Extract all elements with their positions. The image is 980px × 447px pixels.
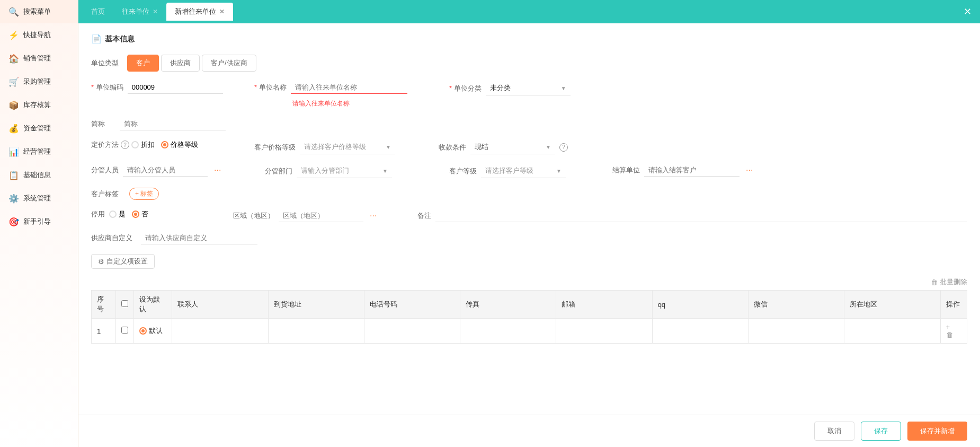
add-tag-label: + 标签 bbox=[135, 189, 153, 198]
cell-seq: 1 bbox=[92, 319, 116, 344]
payment-terms-value: 现结 bbox=[475, 142, 544, 152]
sidebar-item-label: 新手引导 bbox=[23, 217, 51, 226]
cell-phone bbox=[364, 319, 460, 344]
row-default-radio[interactable] bbox=[139, 327, 147, 335]
sidebar-item-sales[interactable]: 🏠 销售管理 bbox=[0, 47, 78, 70]
qq-input[interactable] bbox=[658, 327, 743, 335]
short-name-field: 简称 bbox=[91, 118, 250, 130]
radio-discount[interactable]: 折扣 bbox=[131, 140, 155, 150]
region-more-icon[interactable]: ··· bbox=[368, 211, 379, 221]
custom-settings-button[interactable]: ⚙ 自定义项设置 bbox=[91, 254, 155, 269]
sidebar-item-purchase[interactable]: 🛒 采购管理 bbox=[0, 70, 78, 93]
disable-field: 停用 是 否 bbox=[91, 209, 218, 219]
settlement-input[interactable] bbox=[644, 164, 740, 177]
col-contact: 联系人 bbox=[172, 291, 268, 319]
settlement-more-icon[interactable]: ··· bbox=[744, 165, 755, 175]
pricing-help-icon[interactable]: ? bbox=[121, 141, 129, 149]
chevron-down-icon-5: ▼ bbox=[556, 168, 562, 174]
region-table-input[interactable] bbox=[850, 327, 934, 335]
disable-radio-group: 是 否 bbox=[109, 209, 148, 219]
tab-new-contact-close[interactable]: ✕ bbox=[219, 8, 225, 15]
tab-contacts[interactable]: 往来单位 ✕ bbox=[113, 3, 166, 21]
region-field: 区域（地区） ··· bbox=[233, 209, 403, 222]
chevron-down-icon: ▼ bbox=[561, 85, 566, 91]
unit-name-label: * 单位名称 bbox=[254, 83, 287, 92]
payment-terms-select[interactable]: 现结 ▼ bbox=[470, 140, 555, 154]
cell-region bbox=[844, 319, 940, 344]
department-placeholder: 请输入分管部门 bbox=[301, 166, 380, 176]
sidebar-item-newbie[interactable]: 🎯 新手引导 bbox=[0, 210, 78, 233]
tab-contacts-label: 往来单位 bbox=[122, 7, 149, 16]
target-icon: 🎯 bbox=[8, 216, 19, 227]
radio-disable-yes[interactable]: 是 bbox=[109, 209, 126, 219]
radio-price-level[interactable]: 价格等级 bbox=[161, 140, 198, 150]
sidebar-item-label: 搜索菜单 bbox=[23, 7, 51, 16]
unit-code-input[interactable] bbox=[128, 81, 223, 94]
sidebar-item-system[interactable]: ⚙️ 系统管理 bbox=[0, 187, 78, 210]
tabbar: 首页 往来单位 ✕ 新增往来单位 ✕ ✕ bbox=[78, 0, 980, 23]
add-tag-button[interactable]: + 标签 bbox=[129, 188, 159, 200]
contact-table-section: 🗑 批量删除 序号 设为默认 联系人 到货地址 电话号码 传真 邮箱 qq bbox=[91, 277, 967, 344]
tab-new-contact[interactable]: 新增往来单位 ✕ bbox=[166, 3, 233, 21]
select-all-checkbox[interactable] bbox=[121, 300, 128, 307]
sidebar-item-label: 资金管理 bbox=[23, 124, 51, 133]
chart-icon: 📊 bbox=[8, 146, 19, 157]
radio-disable-no[interactable]: 否 bbox=[132, 209, 148, 219]
payment-terms-field: 收款条件 现结 ▼ ? bbox=[439, 140, 598, 154]
main-content: 首页 往来单位 ✕ 新增往来单位 ✕ ✕ 📄 基本信息 单位类型 客户 供应商 bbox=[78, 0, 980, 447]
supplier-custom-input[interactable] bbox=[141, 232, 257, 244]
sidebar-item-operations[interactable]: 📊 经营管理 bbox=[0, 140, 78, 163]
clipboard-icon: 📋 bbox=[8, 170, 19, 180]
phone-input[interactable] bbox=[370, 327, 455, 335]
cancel-button[interactable]: 取消 bbox=[814, 422, 854, 441]
col-qq: qq bbox=[652, 291, 748, 319]
unit-category-select[interactable]: 未分类 ▼ bbox=[486, 81, 571, 95]
sidebar-item-quicknav[interactable]: ⚡ 快捷导航 bbox=[0, 23, 78, 47]
region-label: 区域（地区） bbox=[233, 211, 274, 221]
remark-label: 备注 bbox=[417, 211, 431, 221]
disable-label: 停用 bbox=[91, 209, 105, 219]
customer-price-level-select[interactable]: 请选择客户价格等级 ▼ bbox=[300, 140, 395, 154]
row-add-icon[interactable]: + bbox=[946, 323, 950, 331]
sidebar-item-inventory[interactable]: 📦 库存核算 bbox=[0, 93, 78, 117]
region-input[interactable] bbox=[279, 209, 363, 222]
payment-terms-help-icon[interactable]: ? bbox=[559, 143, 568, 152]
customer-price-level-field: 客户价格等级 请选择客户价格等级 ▼ bbox=[254, 140, 424, 154]
customer-level-select[interactable]: 请选择客户等级 ▼ bbox=[481, 164, 566, 178]
remark-input[interactable] bbox=[435, 209, 967, 222]
tab-home[interactable]: 首页 bbox=[83, 3, 113, 21]
row-checkbox[interactable] bbox=[121, 327, 128, 334]
unit-type-row: 单位类型 客户 供应商 客户/供应商 bbox=[91, 55, 967, 72]
manager-input[interactable] bbox=[123, 164, 208, 177]
contact-input[interactable] bbox=[177, 327, 262, 335]
sidebar-item-basic[interactable]: 📋 基础信息 bbox=[0, 163, 78, 187]
row-delete-icon[interactable]: 🗑 bbox=[946, 331, 953, 339]
short-name-input[interactable] bbox=[120, 118, 226, 130]
type-btn-both[interactable]: 客户/供应商 bbox=[202, 55, 256, 72]
type-btn-supplier[interactable]: 供应商 bbox=[161, 55, 200, 72]
col-action: 操作 bbox=[940, 291, 967, 319]
fax-input[interactable] bbox=[466, 327, 550, 335]
custom-settings-area: ⚙ 自定义项设置 bbox=[91, 254, 967, 269]
department-select[interactable]: 请输入分管部门 ▼ bbox=[297, 164, 392, 178]
radio-yes-circle bbox=[109, 211, 117, 218]
sidebar-item-search[interactable]: 🔍 搜索菜单 bbox=[0, 0, 78, 23]
save-new-button[interactable]: 保存并新增 bbox=[907, 422, 967, 441]
wechat-input[interactable] bbox=[754, 327, 839, 335]
chevron-down-icon-2: ▼ bbox=[386, 144, 391, 150]
type-btn-customer[interactable]: 客户 bbox=[127, 55, 159, 72]
address-input[interactable] bbox=[274, 327, 359, 335]
sidebar-item-label: 基础信息 bbox=[23, 170, 51, 180]
unit-name-field: * 单位名称 请输入往来单位名称 bbox=[254, 81, 434, 108]
col-default: 设为默认 bbox=[134, 291, 172, 319]
manager-more-icon[interactable]: ··· bbox=[212, 165, 223, 175]
tab-contacts-close[interactable]: ✕ bbox=[153, 8, 158, 15]
unit-name-input[interactable] bbox=[291, 81, 407, 94]
save-button[interactable]: 保存 bbox=[861, 422, 901, 441]
main-close-button[interactable]: ✕ bbox=[959, 4, 976, 20]
sidebar-item-finance[interactable]: 💰 资金管理 bbox=[0, 117, 78, 140]
email-input[interactable] bbox=[562, 327, 646, 335]
batch-delete-button[interactable]: 🗑 批量删除 bbox=[931, 277, 967, 287]
col-seq: 序号 bbox=[92, 291, 116, 319]
sidebar-item-label: 采购管理 bbox=[23, 77, 51, 86]
